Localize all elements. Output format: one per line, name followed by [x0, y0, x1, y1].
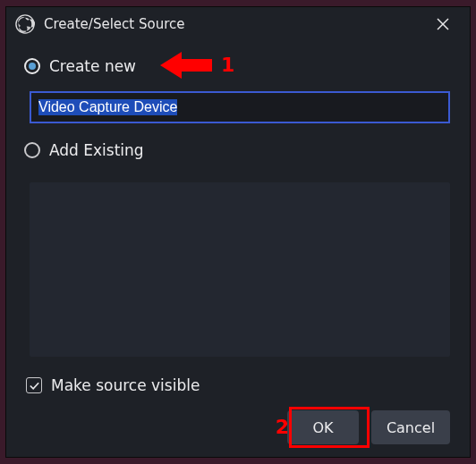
dialog-title: Create/Select Source — [44, 16, 416, 32]
source-name-input[interactable] — [30, 91, 450, 123]
obs-icon — [15, 14, 35, 34]
radio-add-existing[interactable]: Add Existing — [24, 141, 452, 159]
ok-button[interactable]: OK — [287, 410, 359, 444]
checkbox-icon — [26, 377, 42, 393]
close-icon — [437, 18, 449, 30]
radio-add-existing-label: Add Existing — [49, 141, 144, 159]
create-select-source-dialog: Create/Select Source Create new Add Exis… — [5, 6, 471, 458]
source-name-field-wrap — [30, 91, 450, 123]
dialog-button-row: OK Cancel — [24, 410, 452, 444]
titlebar: Create/Select Source — [6, 7, 470, 41]
existing-sources-list[interactable] — [30, 182, 450, 357]
make-visible-checkbox[interactable]: Make source visible — [26, 376, 452, 394]
radio-create-new[interactable]: Create new — [24, 57, 452, 75]
radio-create-new-label: Create new — [49, 57, 136, 75]
close-button[interactable] — [425, 7, 461, 41]
make-visible-label: Make source visible — [51, 376, 200, 394]
dialog-body: Create new Add Existing Make source visi… — [6, 41, 470, 457]
radio-icon — [24, 58, 40, 74]
radio-icon — [24, 142, 40, 158]
cancel-button[interactable]: Cancel — [371, 410, 450, 444]
